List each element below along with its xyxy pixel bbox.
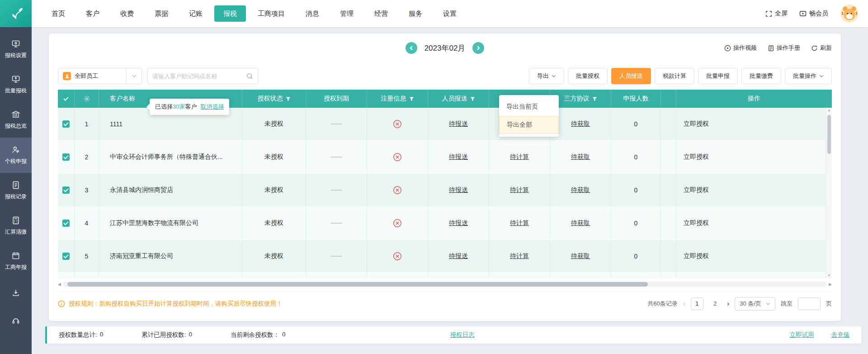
agreement-status-link[interactable]: 待获取 [571,153,590,161]
agreement-status-link[interactable]: 待获取 [571,186,590,194]
page-1-button[interactable]: 1 [691,297,703,310]
prev-page-icon[interactable]: ‹ [683,300,685,308]
authorize-now-link[interactable]: 立即授权 [684,153,709,161]
nav-item-billing[interactable]: 收费 [111,5,143,22]
nav-item-business-projects[interactable]: 工商项目 [249,5,294,22]
app-logo[interactable] [0,0,32,27]
gear-icon[interactable] [83,95,90,102]
nav-item-customers[interactable]: 客户 [77,5,108,22]
nav-item-settings[interactable]: 设置 [434,5,466,22]
authorize-now-link[interactable]: 立即授权 [684,252,709,260]
filter-icon[interactable] [470,96,475,101]
sidebar-item-tax-overview[interactable]: 报税总览 [0,102,32,138]
customer-search-input[interactable] [152,73,243,80]
header-auth-status[interactable]: 授权状态 [242,90,306,108]
header-tripartite-agreement[interactable]: 三方协议 [550,90,611,108]
header-registration-info[interactable]: 注册信息 [367,90,428,108]
row-checkbox[interactable] [62,220,70,227]
error-circle-icon[interactable] [393,219,402,228]
batch-declare-button[interactable]: 批量申报 [698,68,738,84]
authorize-now-link[interactable]: 立即授权 [684,219,709,227]
mascot-avatar[interactable] [840,4,859,23]
sidebar-item-batch-tax[interactable]: 批量报税 [0,67,32,102]
search-icon[interactable] [246,73,253,80]
filter-icon[interactable] [409,96,414,101]
scroll-up-icon[interactable]: ▲ [826,108,832,113]
error-circle-icon[interactable] [393,252,402,261]
scroll-right-icon[interactable]: ▶ [829,281,832,287]
nav-item-services[interactable]: 服务 [400,5,431,22]
sidebar-item-tax-records[interactable]: 报税记录 [0,173,32,208]
error-circle-icon[interactable] [393,186,402,195]
personnel-status-link[interactable]: 待报送 [449,219,468,227]
sidebar-item-final-settlement[interactable]: 汇算清缴 [0,208,32,244]
select-all-checkbox[interactable] [62,95,70,102]
page-2-button[interactable]: 2 [709,297,722,310]
calc-status-link[interactable]: 待计算 [510,219,529,227]
cancel-selection-link[interactable]: 取消选择 [200,103,224,111]
personnel-status-link[interactable]: 待报送 [449,120,468,128]
horizontal-scroll-track[interactable] [63,282,827,287]
page-size-select[interactable]: 30 条/页 [735,297,775,311]
refresh-link[interactable]: 刷新 [811,44,832,52]
prev-month-button[interactable] [406,42,417,54]
trial-link[interactable]: 立即试用 [790,331,814,339]
filter-icon[interactable] [286,96,291,101]
row-checkbox[interactable] [62,187,70,194]
jump-page-input[interactable] [798,297,821,310]
nav-item-management[interactable]: 管理 [331,5,363,22]
horizontal-scrollbar[interactable]: ◀ ▶ [58,281,832,287]
export-button[interactable]: 导出 [529,68,564,84]
agreement-status-link[interactable]: 待获取 [571,120,590,128]
nav-item-operations[interactable]: 经营 [365,5,397,22]
calc-status-link[interactable]: 待计算 [510,153,529,161]
horizontal-scroll-thumb[interactable] [67,282,648,287]
sidebar-item-tax-settings[interactable]: 报税设置 [0,32,32,67]
calc-status-link[interactable]: 待计算 [510,186,529,194]
sidebar-item-download[interactable] [0,279,32,307]
fullscreen-button[interactable]: 全屏 [765,10,788,18]
row-checkbox[interactable] [62,153,70,161]
calc-status-link[interactable]: 待计算 [510,252,529,260]
sidebar-item-personal-tax[interactable]: 个税申报 [0,138,32,173]
vertical-scroll-thumb[interactable] [827,115,831,154]
nav-item-invoices[interactable]: 票据 [146,5,177,22]
nav-item-messages[interactable]: 消息 [297,5,328,22]
nav-item-bookkeeping[interactable]: 记账 [180,5,212,22]
personnel-submit-button[interactable]: 人员报送 [611,68,651,84]
employee-filter-caret[interactable] [126,68,142,84]
row-checkbox[interactable] [62,253,70,260]
personnel-status-link[interactable]: 待报送 [449,186,468,194]
sidebar-item-annual-report[interactable]: 工商年报 [0,244,32,279]
agreement-status-link[interactable]: 待获取 [571,219,590,227]
filter-icon[interactable] [592,96,597,101]
nav-item-home[interactable]: 首页 [42,5,74,22]
manual-link[interactable]: 操作手册 [768,44,800,52]
error-circle-icon[interactable] [393,153,402,162]
tax-calc-button[interactable]: 税款计算 [655,68,694,84]
employee-filter-select[interactable]: 全部员工 [58,68,142,84]
batch-actions-button[interactable]: 批量操作 [785,68,832,84]
export-all-item[interactable]: 导出全部 [499,116,559,134]
nav-item-tax-filing[interactable]: 报税 [214,5,246,22]
authorize-now-link[interactable]: 立即授权 [684,186,709,194]
header-personnel-submit[interactable]: 人员报送 [428,90,489,108]
sidebar-item-support[interactable] [0,307,32,335]
scroll-left-icon[interactable]: ◀ [58,281,61,287]
next-page-icon[interactable]: › [727,300,729,308]
batch-authorize-button[interactable]: 批量授权 [568,68,608,84]
recharge-link[interactable]: 去充值 [831,331,850,339]
export-current-page-item[interactable]: 导出当前页 [499,98,559,116]
error-circle-icon[interactable] [393,120,402,129]
video-tutorial-link[interactable]: 操作视频 [724,44,757,52]
personnel-status-link[interactable]: 待报送 [449,252,468,260]
authorize-now-link[interactable]: 立即授权 [684,120,709,128]
authorization-log-link[interactable]: 授权日志 [450,331,475,339]
next-month-button[interactable] [472,42,484,54]
vertical-scrollbar[interactable]: ▲ ▼ [826,108,832,278]
agreement-status-link[interactable]: 待获取 [571,252,590,260]
batch-pay-button[interactable]: 批量缴费 [741,68,781,84]
member-button[interactable]: 畅会员 [799,10,828,18]
row-checkbox[interactable] [62,120,70,128]
personnel-status-link[interactable]: 待报送 [449,153,468,161]
